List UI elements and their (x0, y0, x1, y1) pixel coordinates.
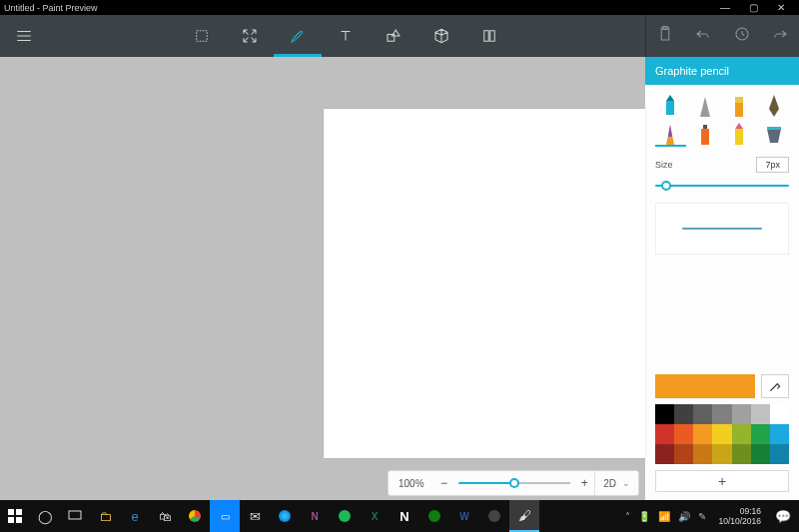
color-swatch[interactable] (770, 424, 789, 444)
slider-thumb[interactable] (661, 181, 671, 191)
svg-marker-12 (668, 125, 672, 137)
canvas[interactable] (324, 109, 645, 458)
taskbar-clock[interactable]: 09:16 10/10/2016 (714, 506, 765, 526)
xbox-button[interactable] (419, 500, 449, 532)
mail-button[interactable]: ✉ (240, 500, 270, 532)
app-button-2[interactable] (270, 500, 300, 532)
color-swatch[interactable] (655, 404, 674, 424)
view-mode-dropdown[interactable]: 2D ⌄ (594, 471, 638, 495)
size-slider[interactable] (655, 181, 789, 191)
color-swatch[interactable] (732, 424, 751, 444)
edge-button[interactable]: e (120, 500, 150, 532)
eyedropper-icon (768, 379, 782, 393)
brush-grid (645, 85, 799, 153)
pen-tray-icon[interactable]: ✎ (698, 511, 706, 522)
svg-marker-7 (700, 97, 710, 117)
history-button[interactable] (733, 25, 751, 47)
brush-calligraphy[interactable] (690, 93, 721, 117)
app-button-4[interactable] (479, 500, 509, 532)
svg-rect-15 (735, 129, 743, 145)
current-color[interactable] (655, 374, 755, 398)
size-input[interactable]: 7px (756, 157, 789, 173)
color-swatch[interactable] (674, 444, 693, 464)
battery-icon[interactable]: 🔋 (638, 511, 650, 522)
zoom-slider[interactable] (458, 478, 571, 488)
select-tool-button[interactable] (178, 15, 226, 57)
brush-crayon[interactable] (724, 121, 755, 145)
zoom-out-button[interactable]: − (434, 476, 454, 490)
onenote-button[interactable]: N (300, 500, 330, 532)
color-swatch[interactable] (674, 424, 693, 444)
brush-pencil[interactable] (655, 121, 686, 145)
paint-app-button[interactable]: 🖌 (509, 500, 539, 532)
color-swatch[interactable] (693, 404, 712, 424)
crop-tool-button[interactable] (226, 15, 274, 57)
zoom-slider-thumb[interactable] (509, 478, 519, 488)
canvas-workspace[interactable] (0, 57, 645, 500)
brush-fill[interactable] (759, 121, 790, 145)
color-swatch[interactable] (732, 444, 751, 464)
file-explorer-button[interactable]: 🗀 (90, 500, 120, 532)
color-swatch[interactable] (712, 404, 731, 424)
eyedropper-button[interactable] (761, 374, 789, 398)
shapes-tool-button[interactable] (370, 15, 417, 57)
color-swatch[interactable] (770, 404, 789, 424)
spotify-button[interactable] (330, 500, 360, 532)
color-swatch[interactable] (712, 424, 731, 444)
color-swatch[interactable] (751, 424, 770, 444)
svg-marker-16 (735, 123, 743, 129)
app-button-1[interactable]: ▭ (210, 500, 240, 532)
word-button[interactable]: W (449, 500, 479, 532)
task-view-button[interactable] (60, 500, 90, 532)
color-swatch[interactable] (770, 444, 789, 464)
taskbar: ◯ 🗀 e 🛍 ▭ ✉ N X N W 🖌 ˄ 🔋 📶 🔊 ✎ 09:16 10… (0, 500, 799, 532)
color-swatch[interactable] (693, 444, 712, 464)
volume-icon[interactable]: 🔊 (678, 511, 690, 522)
color-swatch[interactable] (751, 444, 770, 464)
svg-rect-14 (703, 125, 707, 129)
text-tool-button[interactable] (322, 15, 370, 57)
paste-button[interactable] (656, 25, 674, 47)
add-color-button[interactable]: + (655, 470, 789, 492)
minimize-button[interactable]: — (711, 2, 739, 13)
pencil-icon (663, 123, 677, 145)
tray-chevron-icon[interactable]: ˄ (625, 511, 630, 522)
app-button-3[interactable]: N (390, 500, 419, 532)
3d-objects-button[interactable] (417, 15, 465, 57)
crayon-icon (732, 123, 746, 145)
color-swatch[interactable] (751, 404, 770, 424)
svg-rect-9 (735, 97, 743, 103)
maximize-button[interactable]: ▢ (739, 2, 767, 13)
system-tray[interactable]: ˄ 🔋 📶 🔊 ✎ (625, 511, 706, 522)
action-center-button[interactable]: 💬 (773, 500, 793, 532)
cortana-button[interactable]: ◯ (30, 500, 60, 532)
clipboard-icon (656, 25, 674, 43)
color-swatch[interactable] (693, 424, 712, 444)
store-button[interactable]: 🛍 (150, 500, 180, 532)
brush-pen[interactable] (759, 93, 790, 117)
start-button[interactable] (0, 500, 30, 532)
brush-tool-button[interactable] (274, 15, 322, 57)
undo-button[interactable] (694, 25, 712, 47)
wifi-icon[interactable]: 📶 (658, 511, 670, 522)
chrome-button[interactable] (180, 500, 210, 532)
color-swatch[interactable] (655, 444, 674, 464)
color-swatch[interactable] (674, 404, 693, 424)
zoom-percent[interactable]: 100% (389, 478, 434, 489)
brush-oil[interactable] (724, 93, 755, 117)
menu-button[interactable] (0, 15, 48, 57)
window-title: Untitled - Paint Preview (4, 3, 711, 13)
redo-icon (771, 25, 789, 43)
redo-button[interactable] (771, 25, 789, 47)
stickers-button[interactable] (465, 15, 513, 57)
color-swatch[interactable] (712, 444, 731, 464)
zoom-in-button[interactable]: + (574, 476, 594, 490)
brush-marker[interactable] (655, 93, 686, 117)
excel-button[interactable]: X (360, 500, 390, 532)
color-swatch[interactable] (732, 404, 751, 424)
brush-icon (289, 27, 307, 45)
select-rect-icon (193, 27, 211, 45)
close-button[interactable]: ✕ (767, 2, 795, 13)
color-swatch[interactable] (655, 424, 674, 444)
brush-spraycan[interactable] (690, 121, 721, 145)
